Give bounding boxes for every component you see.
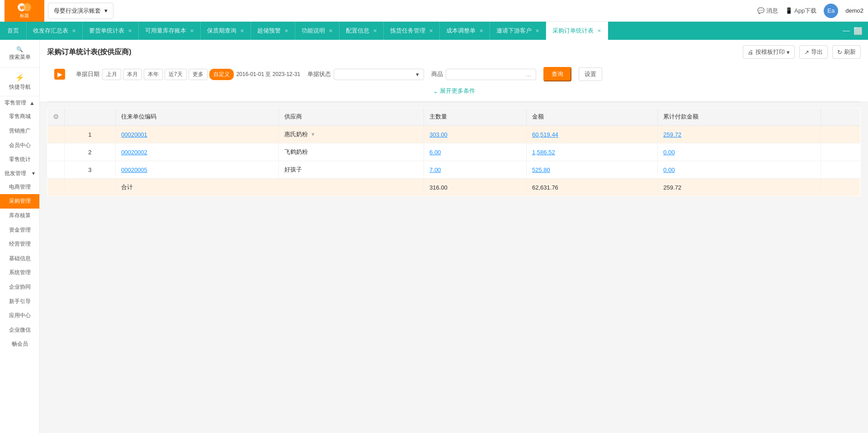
logo[interactable]: 畅 标题 — [5, 0, 44, 22]
app-download-btn[interactable]: 📱 App下载 — [785, 7, 816, 15]
avatar: Ea — [824, 4, 838, 18]
close-icon[interactable]: ✕ — [128, 28, 132, 34]
date-btn-this-year[interactable]: 本年 — [144, 69, 163, 80]
tab-overstock[interactable]: 超储预警 ✕ — [251, 22, 295, 40]
date-btn-custom[interactable]: 自定义 — [209, 69, 234, 80]
sidebar-item-enterprise-wx[interactable]: 企业微信 — [0, 323, 39, 338]
goods-input[interactable]: … — [446, 69, 536, 80]
date-btn-more[interactable]: 更多 — [189, 69, 208, 80]
refresh-icon: ↻ — [837, 49, 842, 56]
page-title-row: 采购订单统计表(按供应商) 🖨 按模板打印 ▾ ↗ 导出 ↻ — [47, 45, 861, 59]
sidebar-item-ecommerce[interactable]: 电商管理 — [0, 180, 39, 195]
close-icon[interactable]: ✕ — [373, 28, 377, 34]
tab-purchase-stats[interactable]: 采购订单统计表 ✕ — [546, 22, 608, 40]
tab-goods-stats[interactable]: 要货单统计表 ✕ — [83, 22, 139, 40]
search-menu-btn[interactable]: 🔍 搜索菜单 — [3, 43, 37, 64]
sidebar-item-system[interactable]: 系统管理 — [0, 266, 39, 280]
print-btn[interactable]: 🖨 按模板打印 ▾ — [743, 45, 795, 59]
sidebar-item-vip[interactable]: 畅会员 — [0, 337, 39, 352]
workspace-selector[interactable]: 母婴行业演示账套 ▾ — [48, 3, 113, 19]
row-2-settings — [47, 143, 65, 161]
footer-qty: 316.00 — [424, 179, 527, 196]
close-icon[interactable]: ✕ — [240, 28, 244, 34]
chevron-down-icon: ▾ — [787, 49, 790, 56]
main-layout: 🔍 搜索菜单 ⚡ 快捷导航 零售管理 ▲ 零售商城 营销推广 会 — [0, 40, 868, 433]
nav-tabs: 首页 收发存汇总表 ✕ 要货单统计表 ✕ 可用量库存账本 ✕ 保质期查询 ✕ 超… — [0, 22, 868, 40]
row-3-supplier: 好孩子 — [278, 161, 424, 179]
close-icon[interactable]: ✕ — [535, 28, 539, 34]
sidebar-item-retail-mall[interactable]: 零售商城 — [0, 109, 39, 124]
date-btn-last-month[interactable]: 上月 — [102, 69, 121, 80]
gear-icon[interactable]: ⚙ — [53, 113, 59, 120]
sidebar-item-shortcut[interactable]: ⚡ 快捷导航 — [0, 70, 39, 94]
tab-receive[interactable]: 收发存汇总表 ✕ — [27, 22, 83, 40]
sidebar-item-base-info[interactable]: 基础信息 — [0, 252, 39, 266]
row-1-paid: 259.72 — [658, 126, 821, 143]
row-1-settings — [47, 126, 65, 143]
close-icon[interactable]: ✕ — [72, 28, 76, 34]
footer-seq — [65, 179, 116, 196]
expand-icon[interactable]: ▾ — [311, 131, 315, 138]
row-1-unit-code: 00020001 — [115, 126, 278, 143]
user-name[interactable]: demo2 — [845, 7, 863, 14]
tab-cost-adj[interactable]: 成本调整单 ✕ — [440, 22, 490, 40]
row-3-seq: 3 — [65, 161, 116, 179]
sidebar-item-operations[interactable]: 经营管理 — [0, 237, 39, 252]
sidebar-item-purchase[interactable]: 采购管理 — [0, 194, 39, 209]
tab-picking[interactable]: 拣货任务管理 ✕ — [384, 22, 440, 40]
date-btn-7days[interactable]: 近7天 — [165, 69, 187, 80]
close-icon[interactable]: ✕ — [479, 28, 483, 34]
expand-conditions-btn[interactable]: ⌄ 展开更多条件 — [429, 85, 479, 97]
col-header-qty: 主数量 — [424, 108, 527, 126]
close-icon[interactable]: ✕ — [429, 28, 433, 34]
date-filter: 单据日期 上月 本月 本年 近7天 更多 自定义 2016-01-01 至 20… — [76, 69, 300, 80]
close-icon[interactable]: ✕ — [329, 28, 333, 34]
settings-btn[interactable]: 设置 — [579, 67, 602, 81]
sidebar-item-enterprise[interactable]: 企业协同 — [0, 280, 39, 295]
goods-filter: 商品 … — [431, 69, 536, 80]
maximize-icon[interactable]: ⬜ — [854, 27, 863, 35]
sidebar-item-finance[interactable]: 资金管理 — [0, 223, 39, 238]
chevron-down-icon: ▾ — [416, 71, 419, 78]
tab-available-inventory[interactable]: 可用量库存账本 ✕ — [139, 22, 201, 40]
tab-warranty[interactable]: 保质期查询 ✕ — [201, 22, 251, 40]
message-btn[interactable]: 💬 消息 — [757, 7, 778, 15]
toggle-filter-btn[interactable]: ▶ — [54, 69, 65, 80]
date-label: 单据日期 — [76, 70, 99, 78]
tab-invite-downstream[interactable]: 邀请下游客户 ✕ — [490, 22, 546, 40]
sidebar-item-inventory[interactable]: 库存核算 — [0, 209, 39, 223]
sidebar-item-wholesale[interactable]: 批发管理 ▾ — [0, 167, 39, 180]
table-row: 3 00020005 好孩子 7.00 525.80 0.00 — [47, 161, 861, 179]
sidebar-item-retail-stats[interactable]: 零售统计 — [0, 152, 39, 167]
footer-extra — [821, 179, 861, 196]
page-title: 采购订单统计表(按供应商) — [47, 48, 132, 57]
row-2-seq: 2 — [65, 143, 116, 161]
tab-config[interactable]: 配置信息 ✕ — [340, 22, 384, 40]
filter-row-1: ▶ 单据日期 上月 本月 本年 近7天 更多 自定义 2016-0 — [54, 67, 854, 81]
col-header-paid: 累计付款金额 — [658, 108, 821, 126]
row-2-paid: 0.00 — [658, 143, 821, 161]
row-3-unit-code: 00020005 — [115, 161, 278, 179]
sidebar-item-member[interactable]: 会员中心 — [0, 138, 39, 153]
tab-func-desc[interactable]: 功能说明 ✕ — [295, 22, 340, 40]
col-header-extra — [821, 108, 861, 126]
query-btn[interactable]: 查询 — [543, 67, 571, 81]
minimize-icon[interactable]: — — [843, 27, 850, 35]
close-icon[interactable]: ✕ — [190, 28, 194, 34]
sidebar-item-newbie[interactable]: 新手引导 — [0, 295, 39, 309]
table-area: ⚙ 往来单位编码 供应商 主数量 — [40, 102, 868, 433]
refresh-btn[interactable]: ↻ 刷新 — [832, 45, 861, 59]
row-2-unit-code: 00020002 — [115, 143, 278, 161]
chevron-down-icon: ⌄ — [433, 88, 438, 95]
sidebar-item-marketing[interactable]: 营销推广 — [0, 124, 39, 138]
footer-amount: 62,631.76 — [527, 179, 658, 196]
export-btn[interactable]: ↗ 导出 — [799, 45, 828, 59]
close-icon[interactable]: ✕ — [597, 28, 601, 34]
tab-home[interactable]: 首页 — [0, 22, 27, 40]
sidebar-item-retail[interactable]: 零售管理 ▲ — [0, 96, 39, 109]
sidebar-item-app-center[interactable]: 应用中心 — [0, 309, 39, 323]
date-btn-this-month[interactable]: 本月 — [123, 69, 142, 80]
close-icon[interactable]: ✕ — [284, 28, 288, 34]
status-filter: 单据状态 ▾ — [307, 69, 424, 80]
status-select[interactable]: ▾ — [334, 69, 424, 80]
